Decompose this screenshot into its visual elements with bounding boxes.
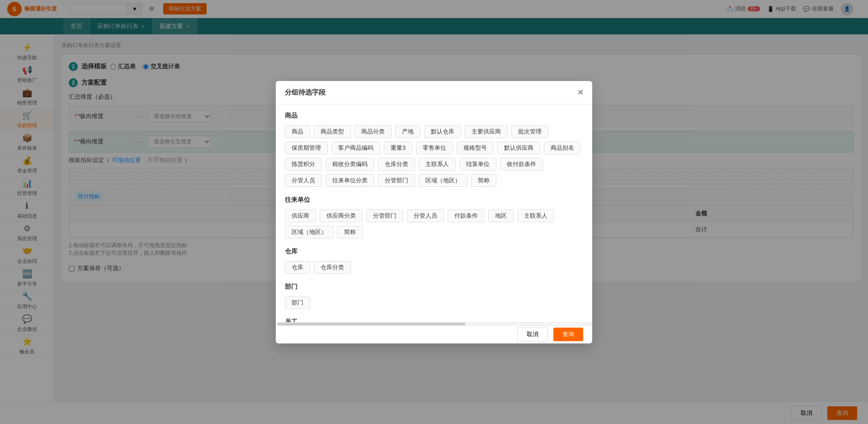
modal-confirm-btn[interactable]: 查询	[553, 328, 583, 341]
modal-hscroll-bar	[278, 323, 465, 325]
field-tag[interactable]: 简称	[471, 174, 496, 187]
field-tag[interactable]: 拣货积分	[285, 158, 322, 171]
section-department-title: 部门	[285, 283, 583, 291]
field-tag[interactable]: 商品	[285, 125, 310, 138]
modal-horizontal-scrollbar[interactable]	[276, 322, 592, 325]
field-tag[interactable]: 零售单位	[416, 142, 453, 154]
field-tag[interactable]: 主联系人	[419, 158, 456, 171]
modal-overlay[interactable]: 分组待选字段 ✕ 商品 商品 商品类型 商品分类 产地 默认仓库 主要供应商 批…	[0, 0, 868, 424]
field-tag[interactable]: 主要供应商	[465, 125, 508, 138]
field-tag[interactable]: 付款条件	[448, 210, 485, 222]
field-tag[interactable]: 商品分类	[354, 125, 392, 138]
field-tag[interactable]: 产地	[395, 125, 420, 138]
field-tag[interactable]: 分管部门	[366, 210, 403, 222]
section-employee-title: 员工	[285, 318, 583, 323]
field-tag[interactable]: 批次管理	[511, 125, 548, 138]
modal-close-btn[interactable]: ✕	[577, 88, 583, 97]
field-tag[interactable]: 商品类型	[314, 125, 351, 138]
field-tag[interactable]: 地区	[488, 210, 514, 222]
section-warehouse: 仓库 仓库 仓库分类	[285, 248, 583, 274]
field-tag[interactable]: 仓库分类	[378, 158, 415, 171]
section-warehouse-tags: 仓库 仓库分类	[285, 261, 583, 274]
field-tag[interactable]: 分管部门	[378, 174, 415, 187]
section-product-title: 商品	[285, 112, 583, 120]
field-tag[interactable]: 商品别名	[544, 142, 581, 154]
field-tag[interactable]: 供应商	[285, 210, 316, 222]
field-tag[interactable]: 区域（地区）	[419, 174, 467, 187]
field-tag[interactable]: 仓库分类	[314, 261, 351, 274]
section-partner-title: 往来单位	[285, 196, 583, 204]
modal-body: 商品 商品 商品类型 商品分类 产地 默认仓库 主要供应商 批次管理 保质期管理…	[276, 105, 592, 323]
field-tag[interactable]: 默认供应商	[497, 142, 540, 154]
section-partner: 往来单位 供应商 供应商分类 分管部门 分管人员 付款条件 地区 主联系人 区域…	[285, 196, 583, 238]
section-department-tags: 部门	[285, 296, 583, 309]
section-employee: 员工 业务员	[285, 318, 583, 323]
field-tag[interactable]: 规格型号	[457, 142, 494, 154]
field-tag[interactable]: 结算单位	[459, 158, 496, 171]
field-tag[interactable]: 分管人员	[407, 210, 444, 222]
field-tag[interactable]: 仓库	[285, 261, 310, 274]
field-tag[interactable]: 主联系人	[517, 210, 554, 222]
section-partner-tags: 供应商 供应商分类 分管部门 分管人员 付款条件 地区 主联系人 区域（地区） …	[285, 210, 583, 238]
modal-title: 分组待选字段	[285, 88, 326, 97]
field-tag[interactable]: 税收分类编码	[326, 158, 374, 171]
field-tag[interactable]: 供应商分类	[320, 210, 363, 222]
modal-dialog: 分组待选字段 ✕ 商品 商品 商品类型 商品分类 产地 默认仓库 主要供应商 批…	[276, 81, 592, 343]
section-department: 部门 部门	[285, 283, 583, 309]
modal-header: 分组待选字段 ✕	[276, 81, 592, 105]
modal-cancel-btn[interactable]: 取消	[517, 327, 548, 342]
field-tag[interactable]: 保质期管理	[285, 142, 328, 154]
section-warehouse-title: 仓库	[285, 248, 583, 256]
field-tag[interactable]: 默认仓库	[424, 125, 461, 138]
field-tag[interactable]: 客户商品编码	[331, 142, 380, 154]
field-tag[interactable]: 往来单位分类	[326, 174, 374, 187]
section-product: 商品 商品 商品类型 商品分类 产地 默认仓库 主要供应商 批次管理 保质期管理…	[285, 112, 583, 187]
field-tag[interactable]: 分管人员	[285, 174, 322, 187]
field-tag[interactable]: 重量3	[384, 142, 412, 154]
field-tag[interactable]: 区域（地区）	[285, 226, 334, 238]
field-tag[interactable]: 部门	[285, 296, 310, 309]
field-tag[interactable]: 收付款条件	[500, 158, 543, 171]
modal-footer: 取消 查询	[276, 325, 592, 343]
section-product-tags: 商品 商品类型 商品分类 产地 默认仓库 主要供应商 批次管理 保质期管理 客户…	[285, 125, 583, 187]
field-tag[interactable]: 简称	[337, 226, 363, 238]
